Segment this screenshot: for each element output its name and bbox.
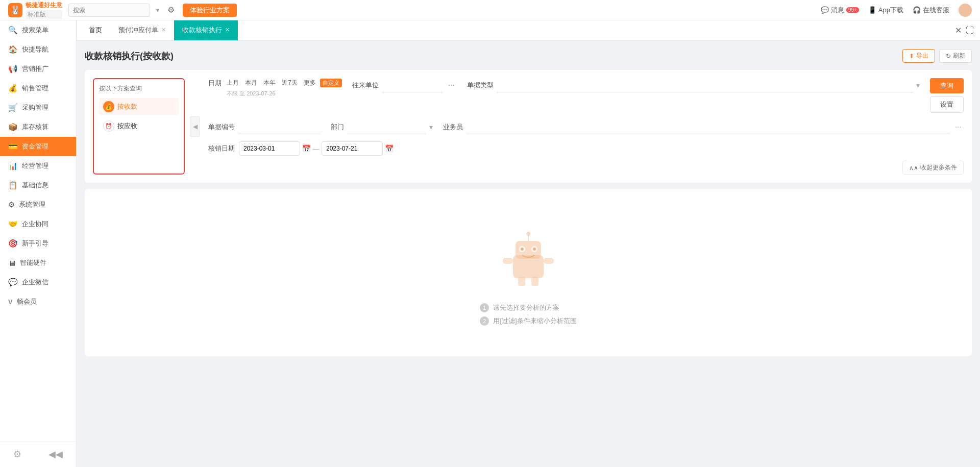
sidebar-item-operations[interactable]: 📊 经营管理 — [0, 156, 76, 176]
tip2-num: 2 — [480, 316, 489, 326]
tabbar: 首页 预付冲应付单 ✕ 收款核销执行 ✕ ✕ ⛶ — [77, 20, 980, 41]
dept-dropdown-icon[interactable]: ▾ — [429, 123, 433, 131]
page-actions: ⬆ 导出 ↻ 刷新 — [902, 49, 972, 63]
operations-icon: 📊 — [8, 161, 18, 170]
basic-info-icon: 📋 — [8, 181, 18, 190]
sidebar-item-label: 系统管理 — [19, 200, 45, 209]
receipt-option-icon: 💰 — [103, 101, 114, 112]
tab-receipt-close-icon[interactable]: ✕ — [225, 27, 230, 33]
dept-input[interactable] — [347, 120, 426, 134]
message-btn[interactable]: 💬 消息 99+ — [821, 6, 859, 15]
user-avatar[interactable] — [959, 4, 972, 17]
message-label: 消息 — [831, 6, 844, 15]
sidebar-item-inventory[interactable]: 📦 库存核算 — [0, 117, 76, 137]
online-service-btn[interactable]: 🎧 在线客服 — [913, 6, 949, 15]
sidebar-item-label: 智能硬件 — [20, 258, 46, 267]
sidebar-item-label: 基础信息 — [22, 181, 48, 190]
sidebar-item-label: 采购管理 — [22, 103, 48, 112]
sidebar-item-label: 企业微信 — [22, 278, 48, 287]
sidebar-item-purchase[interactable]: 🛒 采购管理 — [0, 98, 76, 117]
quick-nav-icon: 🏠 — [8, 45, 18, 54]
filter-by-receivable[interactable]: ⏰ 按应收 — [99, 117, 179, 135]
dept-field: 部门 ▾ — [331, 120, 433, 134]
writeoff-date-field: 核销日期 📅 — 📅 — [208, 141, 394, 156]
sidebar-item-marketing[interactable]: 📢 营销推广 — [0, 59, 76, 79]
sidebar-settings-icon[interactable]: ⚙ — [10, 446, 24, 463]
query-button[interactable]: 查询 — [930, 78, 964, 93]
date-btn-this-year[interactable]: 本年 — [261, 78, 278, 88]
robot-svg — [498, 230, 559, 291]
app-download-btn[interactable]: 📱 App下载 — [868, 6, 903, 15]
settings-icon[interactable]: ⚙ — [167, 5, 175, 15]
date-custom-badge[interactable]: 自定义 — [320, 79, 342, 87]
sidebar: 🔍 搜索菜单 🏠 快捷导航 📢 营销推广 💰 销售管理 🛒 采购管理 📦 库存核… — [0, 20, 77, 467]
sidebar-item-guide[interactable]: 🎯 新手引导 — [0, 234, 76, 253]
solution-button[interactable]: 体验行业方案 — [183, 4, 237, 17]
collapse-more-label: 收起更多条件 — [920, 163, 957, 172]
svg-rect-10 — [518, 277, 525, 286]
date-shortcuts: 上月 本月 本年 近7天 更多 自定义 — [225, 78, 342, 88]
sidebar-collapse-icon[interactable]: ◀◀ — [45, 446, 66, 463]
staff-more-icon[interactable]: ··· — [953, 122, 964, 132]
collapse-more-button[interactable]: ∧∧ 收起更多条件 — [902, 161, 964, 175]
tab-prepay-close-icon[interactable]: ✕ — [161, 27, 166, 33]
bill-no-field: 单据编号 — [208, 120, 321, 134]
svg-point-7 — [526, 232, 530, 236]
marketing-icon: 📢 — [8, 64, 18, 73]
sidebar-item-hardware[interactable]: 🖥 智能硬件 — [0, 253, 76, 273]
sidebar-item-wechat[interactable]: 💬 企业微信 — [0, 273, 76, 292]
collapse-more-icon: ∧∧ — [909, 164, 918, 171]
search-menu-icon: 🔍 — [8, 26, 18, 35]
dropdown-icon[interactable]: ▾ — [156, 7, 159, 14]
tab-receipt-writeoff[interactable]: 收款核销执行 ✕ — [174, 20, 238, 40]
sidebar-item-basic-info[interactable]: 📋 基础信息 — [0, 176, 76, 195]
date-btn-more[interactable]: 更多 — [302, 78, 318, 88]
tab-prepay-label: 预付冲应付单 — [118, 26, 158, 35]
empty-tip-1: 1 请先选择要分析的方案 — [480, 303, 576, 312]
empty-state: 1 请先选择要分析的方案 2 用[过滤]条件来缩小分析范围 — [85, 189, 972, 356]
collapse-button[interactable]: ◀ — [190, 116, 200, 137]
app-download-label: App下载 — [878, 6, 903, 15]
writeoff-date-end-input[interactable] — [322, 141, 383, 156]
bill-no-input[interactable] — [238, 120, 321, 134]
enterprise-icon: 🤝 — [8, 219, 18, 229]
sidebar-item-quick-nav[interactable]: 🏠 快捷导航 — [0, 40, 76, 59]
svg-rect-9 — [544, 258, 554, 264]
counterparty-more-icon[interactable]: ··· — [446, 81, 457, 90]
hardware-icon: 🖥 — [8, 259, 16, 267]
counterparty-label: 往来单位 — [352, 81, 379, 90]
sidebar-item-system[interactable]: ⚙ 系统管理 — [0, 195, 76, 214]
date-btn-last-month[interactable]: 上月 — [225, 78, 241, 88]
tab-close-all-icon[interactable]: ✕ — [955, 26, 962, 35]
bill-type-field: 单据类型 ▾ — [467, 78, 920, 92]
export-button[interactable]: ⬆ 导出 — [902, 49, 935, 63]
sidebar-item-label: 新手引导 — [22, 239, 48, 248]
refresh-icon: ↻ — [946, 53, 951, 60]
bill-type-label: 单据类型 — [467, 81, 494, 90]
search-input[interactable] — [68, 4, 150, 17]
bill-type-dropdown-icon[interactable]: ▾ — [916, 81, 920, 89]
counterparty-input[interactable] — [382, 78, 443, 92]
sidebar-item-member[interactable]: V 畅会员 — [0, 292, 76, 311]
tab-prepay-list[interactable]: 预付冲应付单 ✕ — [110, 20, 174, 40]
sidebar-item-search-menu[interactable]: 🔍 搜索菜单 — [0, 20, 76, 40]
date-btn-this-month[interactable]: 本月 — [243, 78, 259, 88]
writeoff-date-start-icon[interactable]: 📅 — [302, 144, 311, 153]
service-icon: 🎧 — [913, 6, 921, 14]
tabbar-actions: ✕ ⛶ — [955, 20, 976, 40]
setting-button[interactable]: 设置 — [930, 96, 964, 113]
sidebar-item-sales[interactable]: 💰 销售管理 — [0, 79, 76, 98]
tip2-text: 用[过滤]条件来缩小分析范围 — [493, 316, 576, 326]
staff-input[interactable] — [466, 120, 950, 134]
filter-panel: 按以下方案查询 💰 按收款 ⏰ 按应收 ◀ — [85, 70, 972, 183]
sidebar-item-enterprise[interactable]: 🤝 企业协同 — [0, 214, 76, 234]
refresh-button[interactable]: ↻ 刷新 — [939, 49, 972, 63]
date-btn-7days[interactable]: 近7天 — [280, 78, 300, 88]
bill-type-input[interactable] — [497, 78, 913, 92]
tab-fullscreen-icon[interactable]: ⛶ — [966, 26, 974, 35]
writeoff-date-start-input[interactable] — [239, 141, 300, 156]
writeoff-date-end-icon[interactable]: 📅 — [385, 144, 394, 153]
sidebar-item-finance[interactable]: 💳 资金管理 — [0, 137, 76, 156]
tab-home[interactable]: 首页 — [81, 20, 110, 40]
filter-by-receipt[interactable]: 💰 按收款 — [99, 98, 179, 115]
